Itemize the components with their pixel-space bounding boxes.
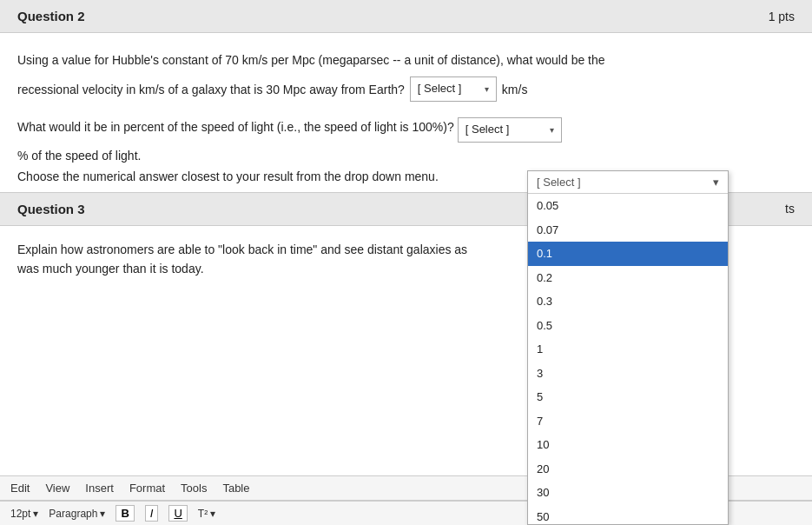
select2-box[interactable]: [ Select ] ▾ <box>458 117 562 143</box>
font-size-chevron-icon: ▾ <box>33 508 38 520</box>
dropdown-item[interactable]: 7 <box>528 409 728 434</box>
paragraph-label: Paragraph <box>49 508 97 520</box>
dropdown-item[interactable]: 50 <box>528 505 728 525</box>
question2-pts: 1 pts <box>769 10 795 23</box>
dropdown-panel: [ Select ] ▾ 0.050.070.10.20.30.51357102… <box>527 170 729 525</box>
dropdown-item[interactable]: 0.1 <box>528 242 728 266</box>
select2-label: [ Select ] <box>465 121 510 139</box>
dropdown-chevron-icon: ▾ <box>713 176 719 189</box>
question2-text2: What would it be in percent of the speed… <box>17 117 454 136</box>
toolbar-edit[interactable]: Edit <box>10 482 30 495</box>
dropdown-item[interactable]: 20 <box>528 457 728 482</box>
paragraph-control[interactable]: Paragraph ▾ <box>49 508 105 520</box>
dropdown-item[interactable]: 0.2 <box>528 266 728 290</box>
dropdown-list[interactable]: 0.050.070.10.20.30.513571020305070100200… <box>528 194 728 524</box>
dropdown-item[interactable]: 1 <box>528 337 728 362</box>
question2-text1a: Using a value for Hubble's constant of 7… <box>17 50 795 70</box>
chevron-down-icon: ▾ <box>485 83 489 96</box>
question2-header: Question 2 1 pts <box>0 0 812 33</box>
question2-text3: % of the speed of light. <box>0 147 812 166</box>
paragraph-chevron-icon: ▾ <box>100 508 105 520</box>
question3-pts: ts <box>785 202 795 216</box>
unit1-label: km/s <box>502 80 528 99</box>
dropdown-item[interactable]: 0.07 <box>528 218 728 243</box>
question2-body: Using a value for Hubble's constant of 7… <box>0 33 812 117</box>
select1-box[interactable]: [ Select ] ▾ <box>410 76 497 102</box>
question2-text1b: recessional velocity in km/s of a galaxy… <box>17 80 405 99</box>
dropdown-item[interactable]: 10 <box>528 433 728 457</box>
question3-text: Explain how astronomers are able to "loo… <box>17 243 467 256</box>
superscript-chevron-icon: ▾ <box>210 508 215 520</box>
toolbar-format[interactable]: Format <box>129 482 165 495</box>
toolbar-view[interactable]: View <box>45 482 69 495</box>
bold-button[interactable]: B <box>116 505 134 522</box>
question3-title: Question 3 <box>17 202 85 216</box>
underline-button[interactable]: U <box>168 505 187 522</box>
superscript-control[interactable]: T² ▾ <box>198 508 215 520</box>
dropdown-item[interactable]: 3 <box>528 362 728 386</box>
dropdown-item[interactable]: 0.05 <box>528 194 728 218</box>
dropdown-header: [ Select ] ▾ <box>528 171 728 194</box>
dropdown-placeholder: [ Select ] <box>537 176 581 189</box>
toolbar-tools[interactable]: Tools <box>181 482 207 495</box>
font-size-control[interactable]: 12pt ▾ <box>10 508 38 520</box>
question2-line2: What would it be in percent of the speed… <box>0 117 812 147</box>
dropdown-item[interactable]: 0.5 <box>528 314 728 338</box>
chevron-down-icon2: ▾ <box>550 123 554 137</box>
font-size-value: 12pt <box>10 508 30 520</box>
question3-text2: was much younger than it is today. <box>17 262 204 276</box>
select1-label: [ Select ] <box>418 80 462 98</box>
question2-text1b-row: recessional velocity in km/s of a galaxy… <box>17 76 795 102</box>
superscript-label: T² <box>198 508 208 520</box>
dropdown-item[interactable]: 5 <box>528 385 728 409</box>
toolbar-table[interactable]: Table <box>222 482 249 495</box>
toolbar-insert[interactable]: Insert <box>85 482 114 495</box>
dropdown-item[interactable]: 30 <box>528 481 728 505</box>
italic-button[interactable]: I <box>145 505 159 522</box>
dropdown-item[interactable]: 0.3 <box>528 289 728 314</box>
question2-title: Question 2 <box>17 9 85 23</box>
